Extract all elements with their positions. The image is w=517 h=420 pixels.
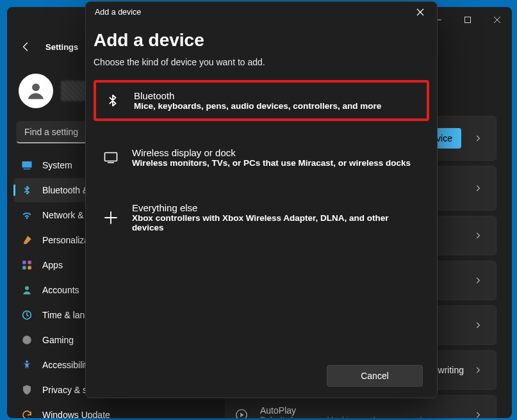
chevron-right-icon xyxy=(464,184,492,193)
card-autoplay[interactable]: AutoPlay Defaults for removable drives a… xyxy=(225,395,496,418)
svg-rect-5 xyxy=(22,261,26,264)
dialog-close-button[interactable] xyxy=(407,2,433,22)
option-wireless-display[interactable]: Wireless display or dock Wireless monito… xyxy=(94,139,429,176)
dialog-footer: Cancel xyxy=(86,354,437,398)
shield-icon xyxy=(21,384,33,396)
display-icon xyxy=(101,148,120,167)
sidebar-item-label: Gaming xyxy=(42,335,74,345)
accounts-icon xyxy=(21,284,33,296)
system-icon xyxy=(21,159,33,171)
svg-point-1 xyxy=(32,83,40,91)
card-subtitle: Defaults for removable drives and memory… xyxy=(260,416,464,418)
card-title: AutoPlay xyxy=(260,405,464,416)
option-title: Everything else xyxy=(132,202,422,213)
window-close-button[interactable] xyxy=(482,7,512,33)
svg-rect-6 xyxy=(28,261,31,264)
chevron-right-icon xyxy=(464,410,492,418)
option-desc: Wireless monitors, TVs, or PCs that use … xyxy=(132,158,411,168)
sidebar-item-label: Accounts xyxy=(42,285,79,295)
accessibility-icon xyxy=(21,359,33,371)
dialog-heading: Add a device xyxy=(94,30,429,51)
option-desc: Xbox controllers with Xbox Wireless Adap… xyxy=(132,213,422,232)
option-desc: Mice, keyboards, pens, audio devices, co… xyxy=(134,101,381,111)
svg-rect-0 xyxy=(465,17,471,23)
option-everything-else[interactable]: Everything else Xbox controllers with Xb… xyxy=(94,194,429,241)
svg-rect-7 xyxy=(22,266,26,270)
cancel-button[interactable]: Cancel xyxy=(327,365,423,387)
bluetooth-icon xyxy=(21,184,33,196)
dialog-titlebar-text: Add a device xyxy=(95,8,141,17)
sidebar-item-update[interactable]: Windows Update xyxy=(13,403,199,418)
svg-rect-14 xyxy=(105,153,117,161)
sidebar-item-label: Windows Update xyxy=(42,410,110,418)
avatar xyxy=(19,74,53,108)
option-title: Wireless display or dock xyxy=(132,147,411,158)
back-button[interactable] xyxy=(19,39,34,54)
plus-icon xyxy=(101,208,120,227)
app-title: Settings xyxy=(45,42,78,52)
chevron-right-icon xyxy=(464,231,492,240)
sidebar-item-label: Accessibility xyxy=(42,360,91,370)
sidebar-item-label: Apps xyxy=(42,260,63,270)
option-title: Bluetooth xyxy=(134,90,381,101)
option-bluetooth[interactable]: Bluetooth Mice, keyboards, pens, audio d… xyxy=(94,80,429,121)
clock-icon xyxy=(21,309,33,321)
bluetooth-icon xyxy=(103,91,122,110)
chevron-right-icon xyxy=(464,366,492,375)
sidebar-item-label: System xyxy=(42,160,72,170)
update-icon xyxy=(21,409,33,418)
wifi-icon xyxy=(21,209,33,221)
chevron-right-icon xyxy=(464,276,492,285)
brush-icon xyxy=(21,234,33,246)
svg-rect-3 xyxy=(22,161,32,168)
autoplay-icon xyxy=(226,408,258,418)
svg-rect-8 xyxy=(28,266,31,270)
chevron-right-icon xyxy=(464,321,492,330)
window-maximize-button[interactable] xyxy=(453,7,482,33)
add-device-dialog: Add a device Add a device Choose the kin… xyxy=(85,1,438,398)
svg-rect-4 xyxy=(24,168,31,169)
gaming-icon xyxy=(21,334,33,346)
dialog-subtitle: Choose the kind of device you want to ad… xyxy=(94,57,429,67)
chevron-right-icon xyxy=(464,134,492,143)
cancel-button-label: Cancel xyxy=(361,371,389,381)
dialog-titlebar: Add a device xyxy=(86,2,437,22)
apps-icon xyxy=(21,259,33,271)
svg-point-12 xyxy=(26,360,28,363)
svg-point-9 xyxy=(25,286,29,290)
search-placeholder: Find a setting xyxy=(24,127,78,137)
svg-point-11 xyxy=(22,335,31,344)
